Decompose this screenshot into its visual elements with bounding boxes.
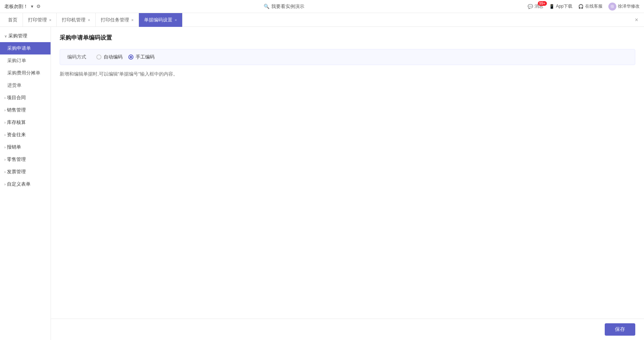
top-bar-left: 老板勿割！ ▾ ⚙	[4, 3, 41, 10]
tab-home[interactable]: 首页	[3, 13, 23, 27]
app-download-button[interactable]: 📱 App下载	[549, 3, 572, 9]
top-bar: 老板勿割！ ▾ ⚙ 🔍 我要看实例演示 💬 消息 99+ 📱 App下载 🎧 在…	[0, 0, 644, 13]
sidebar-item-purchase-order[interactable]: 采购订单	[0, 54, 51, 67]
hint-text: 新增和编辑单据时,可以编辑"单据编号"输入框中的内容。	[60, 71, 635, 77]
sidebar-group-capital-label: 资金往来	[7, 131, 26, 138]
tab-single-code-setting-close[interactable]: ×	[175, 18, 177, 22]
user-menu[interactable]: 徐 徐泽华修改	[608, 3, 640, 11]
chevron-right-icon: ›	[4, 108, 5, 112]
sidebar-group-capital: › 资金往来	[0, 129, 51, 141]
search-bar[interactable]: 🔍 我要看实例演示	[264, 3, 304, 10]
headset-icon: 🎧	[578, 4, 584, 9]
search-text: 我要看实例演示	[271, 3, 304, 10]
save-button[interactable]: 保存	[605, 323, 635, 336]
chevron-right-icon: ›	[4, 182, 5, 186]
page-title: 采购申请单编码设置	[60, 34, 635, 42]
sidebar-group-sales-mgmt: › 销售管理	[0, 104, 51, 116]
sidebar-group-custom-form: › 自定义表单	[0, 178, 51, 190]
sidebar-group-retail-label: 零售管理	[7, 156, 26, 163]
sidebar-group-purchase-mgmt: ∨ 采购管理 采购申请单 采购订单 采购费用分摊单 进货单	[0, 30, 51, 92]
tab-single-code-setting-label: 单据编码设置	[144, 17, 172, 23]
tab-printer-mgmt[interactable]: 打印机管理 ×	[57, 13, 95, 27]
sidebar-group-project-contract-label: 项目合同	[7, 94, 26, 101]
sidebar-group-project-contract-title[interactable]: › 项目合同	[0, 92, 51, 104]
tab-printer-mgmt-close[interactable]: ×	[88, 18, 90, 22]
main-layout: ∨ 采购管理 采购申请单 采购订单 采购费用分摊单 进货单 › 项目合同	[0, 27, 644, 340]
tab-single-code-setting[interactable]: 单据编码设置 ×	[139, 13, 182, 27]
sidebar-group-purchase-mgmt-title[interactable]: ∨ 采购管理	[0, 30, 51, 42]
chevron-down-icon: ∨	[4, 34, 7, 38]
sidebar-group-inventory: › 库存核算	[0, 116, 51, 129]
search-icon: 🔍	[264, 4, 269, 9]
sidebar-group-invoice-label: 发票管理	[7, 169, 26, 175]
global-close-icon[interactable]: ×	[632, 17, 641, 23]
chevron-right-icon: ›	[4, 133, 5, 137]
chevron-right-icon: ›	[4, 96, 5, 100]
sidebar-group-return: › 报销单	[0, 141, 51, 153]
app-download-label: App下载	[556, 3, 572, 9]
tab-bar: 首页 打印管理 × 打印机管理 × 打印任务管理 × 单据编码设置 × ×	[0, 13, 644, 27]
message-icon: 💬	[528, 4, 533, 9]
tab-print-task-mgmt[interactable]: 打印任务管理 ×	[96, 13, 139, 27]
manual-code-option[interactable]: 手工编码	[128, 54, 155, 60]
sidebar: ∨ 采购管理 采购申请单 采购订单 采购费用分摊单 进货单 › 项目合同	[0, 27, 51, 340]
online-service-label: 在线客服	[585, 3, 603, 9]
coding-section: 编码方式 自动编码 手工编码	[60, 49, 635, 65]
footer-bar: 保存	[51, 319, 644, 340]
app-download-icon: 📱	[549, 4, 555, 9]
tab-home-label: 首页	[8, 17, 17, 23]
sidebar-group-sales-mgmt-label: 销售管理	[7, 107, 26, 113]
auto-code-radio[interactable]	[96, 54, 101, 60]
sidebar-group-inventory-label: 库存核算	[7, 119, 26, 126]
sidebar-group-sales-mgmt-title[interactable]: › 销售管理	[0, 104, 51, 116]
top-bar-right: 💬 消息 99+ 📱 App下载 🎧 在线客服 徐 徐泽华修改	[528, 3, 640, 11]
tab-print-task-mgmt-label: 打印任务管理	[101, 17, 129, 23]
sidebar-group-project-contract: › 项目合同	[0, 92, 51, 104]
auto-code-option[interactable]: 自动编码	[96, 54, 123, 60]
message-badge: 99+	[538, 1, 547, 6]
manual-code-label: 手工编码	[136, 54, 155, 60]
sidebar-group-inventory-title[interactable]: › 库存核算	[0, 116, 51, 129]
sidebar-group-retail-title[interactable]: › 零售管理	[0, 153, 51, 166]
sidebar-group-purchase-mgmt-label: 采购管理	[8, 33, 27, 39]
online-service-button[interactable]: 🎧 在线客服	[578, 3, 603, 9]
chevron-right-icon: ›	[4, 121, 5, 125]
sidebar-item-purchase-expense[interactable]: 采购费用分摊单	[0, 67, 51, 79]
tab-print-mgmt[interactable]: 打印管理 ×	[23, 13, 57, 27]
avatar: 徐	[608, 3, 616, 11]
tab-print-mgmt-close[interactable]: ×	[49, 18, 51, 22]
sidebar-group-invoice: › 发票管理	[0, 166, 51, 178]
sidebar-group-return-title[interactable]: › 报销单	[0, 141, 51, 153]
tab-print-mgmt-label: 打印管理	[28, 17, 47, 23]
sidebar-group-retail: › 零售管理	[0, 153, 51, 166]
sidebar-item-stock-in[interactable]: 进货单	[0, 79, 51, 92]
chevron-right-icon: ›	[4, 158, 5, 162]
manual-code-radio[interactable]	[128, 54, 133, 60]
content-area: 采购申请单编码设置 编码方式 自动编码 手工编码 新增和编辑单据时,可以编辑"单…	[51, 27, 644, 319]
sidebar-item-purchase-request[interactable]: 采购申请单	[0, 42, 51, 54]
coding-label: 编码方式	[67, 54, 86, 60]
main-content: 采购申请单编码设置 编码方式 自动编码 手工编码 新增和编辑单据时,可以编辑"单…	[51, 27, 644, 340]
sidebar-group-custom-form-label: 自定义表单	[7, 181, 31, 187]
tab-print-task-mgmt-close[interactable]: ×	[131, 18, 133, 22]
user-name: 徐泽华修改	[618, 3, 640, 9]
tab-printer-mgmt-label: 打印机管理	[62, 17, 85, 23]
sidebar-group-return-label: 报销单	[7, 144, 21, 150]
sidebar-group-invoice-title[interactable]: › 发票管理	[0, 166, 51, 178]
settings-icon[interactable]: ⚙	[36, 4, 41, 9]
chevron-right-icon: ›	[4, 170, 5, 174]
sidebar-group-capital-title[interactable]: › 资金往来	[0, 129, 51, 141]
dropdown-icon[interactable]: ▾	[31, 4, 33, 9]
message-button[interactable]: 💬 消息 99+	[528, 3, 543, 9]
sidebar-group-custom-form-title[interactable]: › 自定义表单	[0, 178, 51, 190]
chevron-right-icon: ›	[4, 145, 5, 149]
brand-text: 老板勿割！	[4, 3, 28, 10]
auto-code-label: 自动编码	[104, 54, 123, 60]
